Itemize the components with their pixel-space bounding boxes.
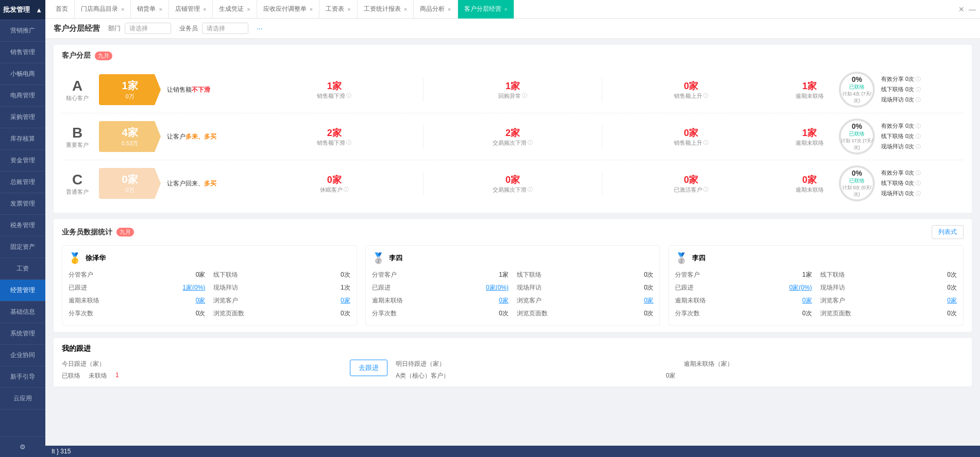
agent-stat-label: 现场拜访 xyxy=(820,283,845,292)
agent-name-0: 徐泽华 xyxy=(86,253,106,263)
info-icon[interactable]: ⓘ xyxy=(346,92,351,99)
sidebar-item-税务管理[interactable]: 税务管理 xyxy=(0,215,45,236)
tab-close-icon[interactable]: × xyxy=(310,6,313,12)
sidebar-item-新手引导[interactable]: 新手引导 xyxy=(0,366,45,388)
info-icon[interactable]: ⓘ xyxy=(916,97,921,103)
info-icon[interactable]: ⓘ xyxy=(528,186,533,193)
info-icon[interactable]: ⓘ xyxy=(703,186,708,193)
sidebar-item-库存核算[interactable]: 库存核算 xyxy=(0,128,45,150)
tab-客户分层经营[interactable]: 客户分层经营× xyxy=(458,0,514,19)
info-icon[interactable]: ⓘ xyxy=(916,180,921,186)
sidebar-top[interactable]: 批发管理 ▲ xyxy=(0,0,45,20)
tab-应收应付调整单[interactable]: 应收应付调整单× xyxy=(257,0,319,19)
tab-close-icon[interactable]: × xyxy=(247,6,250,12)
sidebar-item-销售管理[interactable]: 销售管理 xyxy=(0,42,45,63)
agent-card-0: 🥇徐泽华分管客户0家线下联络0次已跟进1家(0%)现场拜访1次逾期未联络0家浏览… xyxy=(62,245,357,326)
agent-stat-row: 浏览页面数0次 xyxy=(213,308,350,319)
minimize-icon[interactable]: — xyxy=(969,5,976,13)
agent-medal-1: 🥈 xyxy=(372,252,385,264)
agent-stat-value[interactable]: 0家 xyxy=(341,296,350,305)
sidebar-item-电商管理[interactable]: 电商管理 xyxy=(0,85,45,107)
tab-工资表[interactable]: 工资表× xyxy=(319,0,357,19)
agent-stat-value: 1家 xyxy=(802,270,812,279)
agent-stat-row: 现场拜访0次 xyxy=(517,282,653,293)
sidebar-settings[interactable]: ⚙ xyxy=(0,436,45,457)
sidebar-item-资金管理[interactable]: 资金管理 xyxy=(0,150,45,172)
agent-select[interactable]: 请选择 xyxy=(202,23,248,34)
agent-stat-value[interactable]: 0家(0%) xyxy=(486,283,509,292)
tier-sales-value: 0万 xyxy=(125,93,134,100)
sidebar-item-采购管理[interactable]: 采购管理 xyxy=(0,107,45,128)
sidebar-collapse-icon[interactable]: ▲ xyxy=(36,6,42,14)
bottom-hint-text: It } 315 xyxy=(52,448,71,455)
list-view-button[interactable]: 列表式 xyxy=(932,225,964,239)
goto-followup-button[interactable]: 去跟进 xyxy=(350,360,387,376)
info-icon[interactable]: ⓘ xyxy=(916,133,921,139)
sidebar-item-经营管理[interactable]: 经营管理 xyxy=(0,280,45,301)
info-icon[interactable]: ⓘ xyxy=(344,186,349,193)
agent-stat-value[interactable]: 0家 xyxy=(196,296,206,305)
tier-stat-label: 回购异常 ⓘ xyxy=(428,92,597,100)
more-filters-icon[interactable]: ··· xyxy=(257,24,263,32)
tab-首页[interactable]: 首页 xyxy=(49,0,75,19)
sidebar-item-云应用[interactable]: 云应用 xyxy=(0,388,45,410)
agent-stat-label: 分管客户 xyxy=(69,270,93,279)
agent-stat-label: 浏览客户 xyxy=(820,296,845,305)
sidebar-item-总账管理[interactable]: 总账管理 xyxy=(0,172,45,193)
settings-icon: ⚙ xyxy=(20,443,26,451)
tab-门店商品目录[interactable]: 门店商品目录× xyxy=(75,0,131,19)
tier-stat-item: 0家销售额上升 ⓘ xyxy=(602,125,780,149)
agent-name-1: 李四 xyxy=(389,253,402,263)
tab-close-icon[interactable]: × xyxy=(121,6,124,12)
agent-stat-label: 逾期未联络 xyxy=(372,296,403,305)
agent-stat-value[interactable]: 0家(0%) xyxy=(789,283,812,292)
sidebar-item-发票管理[interactable]: 发票管理 xyxy=(0,193,45,215)
tomorrow-label: 明日待跟进（家） xyxy=(396,360,675,368)
agent-header-0: 🥇徐泽华 xyxy=(69,252,350,264)
tab-close-icon[interactable]: × xyxy=(203,6,206,12)
info-icon[interactable]: ⓘ xyxy=(916,76,921,82)
info-icon[interactable]: ⓘ xyxy=(346,139,351,146)
overdue-col: 逾期未联络（家） xyxy=(684,360,964,371)
tab-生成凭证[interactable]: 生成凭证× xyxy=(213,0,257,19)
info-icon[interactable]: ⓘ xyxy=(522,92,527,99)
info-icon[interactable]: ⓘ xyxy=(916,123,921,129)
agent-stat-row: 线下联络0次 xyxy=(517,269,653,280)
info-icon[interactable]: ⓘ xyxy=(528,139,533,146)
info-icon[interactable]: ⓘ xyxy=(916,170,921,176)
agent-stat-value[interactable]: 0家 xyxy=(802,296,812,305)
tier-stat-item: 0家休眠客户 ⓘ xyxy=(245,172,424,196)
sidebar-item-固定资产[interactable]: 固定资产 xyxy=(0,236,45,258)
sidebar-item-系统管理[interactable]: 系统管理 xyxy=(0,323,45,345)
info-icon[interactable]: ⓘ xyxy=(916,87,921,92)
tab-工资统计报表[interactable]: 工资统计报表× xyxy=(358,0,414,19)
tab-销货单[interactable]: 销货单× xyxy=(131,0,168,19)
tab-close-icon[interactable]: × xyxy=(448,6,451,12)
tier-count-value: 1家 xyxy=(122,79,138,93)
tab-商品分析[interactable]: 商品分析× xyxy=(414,0,458,19)
agent-stat-value[interactable]: 0家 xyxy=(644,296,654,305)
agent-stat-row: 浏览客户0家 xyxy=(820,295,957,306)
agent-stat-value[interactable]: 0家 xyxy=(947,296,957,305)
sidebar-item-小畅电商[interactable]: 小畅电商 xyxy=(0,63,45,85)
tab-actions[interactable]: ✕ — xyxy=(958,5,976,13)
tab-店铺管理[interactable]: 店铺管理× xyxy=(169,0,213,19)
sidebar-item-企业协同[interactable]: 企业协同 xyxy=(0,345,45,366)
close-window-icon[interactable]: ✕ xyxy=(958,5,965,13)
sidebar-item-基础信息[interactable]: 基础信息 xyxy=(0,301,45,323)
tab-close-icon[interactable]: × xyxy=(504,6,508,12)
sidebar-item-工资[interactable]: 工资 xyxy=(0,258,45,280)
info-icon[interactable]: ⓘ xyxy=(916,191,921,196)
tab-close-icon[interactable]: × xyxy=(347,6,350,12)
agent-stat-value[interactable]: 1家(0%) xyxy=(182,283,205,292)
info-icon[interactable]: ⓘ xyxy=(703,92,708,99)
sidebar-item-营销推广[interactable]: 营销推广 xyxy=(0,20,45,42)
tab-close-icon[interactable]: × xyxy=(404,6,407,12)
dept-select[interactable]: 请选择 xyxy=(125,23,171,34)
agent-stat-value[interactable]: 0家 xyxy=(499,296,509,305)
agent-stat-row: 线下联络0次 xyxy=(213,269,350,280)
info-icon[interactable]: ⓘ xyxy=(703,139,708,146)
info-icon[interactable]: ⓘ xyxy=(916,144,921,149)
tier-circle-sub: 计划 17次 (7天/次) xyxy=(841,138,873,151)
tab-close-icon[interactable]: × xyxy=(159,6,162,12)
